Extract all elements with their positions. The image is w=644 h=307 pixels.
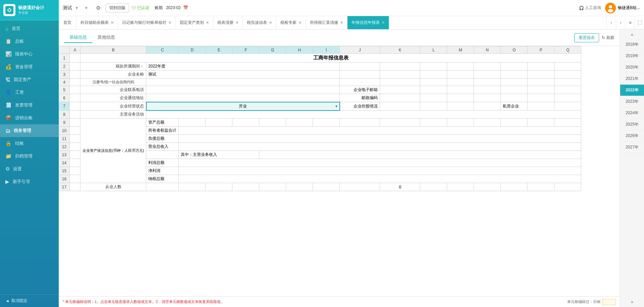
cell-q5[interactable] — [554, 86, 581, 94]
tab-close-all-button[interactable]: ✕ — [625, 16, 635, 29]
col-header-e[interactable]: E — [206, 46, 232, 54]
cell-d9[interactable] — [179, 119, 206, 127]
year-item-2020[interactable]: 2020年 — [620, 62, 644, 73]
cell-a17[interactable] — [70, 183, 80, 191]
sidebar-item-home[interactable]: ⌂ 首页 — [0, 22, 59, 35]
col-header-j[interactable]: J — [340, 46, 380, 54]
cell-n17[interactable] — [474, 183, 501, 191]
sheet-tab-basic[interactable]: 基础信息 — [64, 32, 92, 43]
cell-a13[interactable] — [70, 151, 80, 159]
col-header-c[interactable]: C — [146, 46, 179, 54]
cell-b9-merged[interactable]: 企业资产状况信息(币种：人民币万元) — [80, 119, 146, 183]
cell-d12[interactable] — [179, 143, 581, 151]
cell-c7-dropdown[interactable]: 开业 ▼ — [146, 102, 340, 111]
tab-prev-button[interactable]: ‹ — [606, 16, 616, 29]
tab-close-tax-schedule[interactable]: ✕ — [235, 20, 238, 25]
cell-c2[interactable]: 2022年度 — [146, 62, 340, 71]
tab-close-ledger[interactable]: ✕ — [111, 20, 114, 25]
cell-k2[interactable] — [380, 62, 420, 71]
cell-n5[interactable] — [474, 86, 501, 94]
cell-p9[interactable] — [528, 119, 554, 127]
cell-n6[interactable] — [474, 94, 501, 102]
cell-q4[interactable] — [554, 79, 581, 86]
sidebar-item-invoice[interactable]: 🧾 发票管理 — [0, 99, 59, 112]
cell-j9[interactable] — [340, 119, 380, 127]
col-header-b[interactable]: B — [80, 46, 146, 54]
cell-c9[interactable]: 资产总额 — [146, 119, 179, 127]
cell-o4[interactable] — [501, 79, 528, 86]
cell-i9[interactable] — [313, 119, 340, 127]
col-header-h[interactable]: H — [286, 46, 313, 54]
cell-d14[interactable] — [179, 159, 581, 167]
service-button[interactable]: 🎧 人工咨询 — [579, 5, 601, 11]
cell-n9[interactable] — [474, 119, 501, 127]
cell-b7[interactable]: 企业经营状态 — [80, 102, 146, 111]
tab-close-journal[interactable]: ✕ — [168, 20, 171, 25]
cell-a8[interactable] — [70, 111, 80, 119]
cell-o5[interactable] — [501, 86, 528, 94]
cell-l2[interactable] — [420, 62, 447, 71]
cell-m6[interactable] — [447, 94, 474, 102]
year-scroll-up-button[interactable]: ▲ — [620, 30, 644, 39]
cell-a11[interactable] — [70, 135, 80, 143]
cell-a16[interactable] — [70, 175, 80, 183]
cell-b8[interactable]: 主营业务活动 — [80, 111, 146, 119]
cell-m9[interactable] — [447, 119, 474, 127]
cell-k3[interactable] — [380, 71, 420, 79]
cell-title[interactable]: 工商年报信息表 — [80, 54, 581, 62]
sidebar-item-closing[interactable]: 🔒 结账 — [0, 137, 59, 150]
cell-j5[interactable]: 企业电子邮箱 — [340, 86, 380, 94]
year-item-2018[interactable]: 2018年 — [620, 39, 644, 50]
cell-i17[interactable] — [313, 183, 340, 191]
cell-m2[interactable] — [447, 62, 474, 71]
cell-a14[interactable] — [70, 159, 80, 167]
tab-close-fixed[interactable]: ✕ — [206, 20, 209, 25]
cell-a2[interactable] — [70, 62, 80, 71]
cell-k5[interactable] — [380, 86, 420, 94]
year-scroll-down-button[interactable]: ▼ — [620, 298, 644, 307]
tab-journal-bank[interactable]: 日记账与银行对账单核对 ✕ — [118, 16, 176, 29]
cell-c14[interactable]: 利润总额 — [146, 159, 179, 167]
col-header-m[interactable]: M — [447, 46, 474, 54]
cell-o17[interactable] — [501, 183, 528, 191]
cell-j17[interactable] — [340, 183, 380, 191]
cell-d15[interactable] — [179, 167, 581, 175]
cell-c3[interactable]: 测试 — [146, 71, 340, 79]
cell-e9[interactable] — [206, 119, 232, 127]
cell-n3[interactable] — [474, 71, 501, 79]
tab-fixed-assets-type[interactable]: 固定资产类别 ✕ — [176, 16, 213, 29]
cell-a4[interactable] — [70, 79, 80, 86]
project-dropdown-icon[interactable]: ▼ — [75, 6, 79, 10]
cell-a1[interactable] — [70, 54, 80, 62]
cell-a3[interactable] — [70, 71, 80, 79]
cell-q2[interactable] — [554, 62, 581, 71]
year-item-2023[interactable]: 2023年 — [620, 96, 644, 107]
cell-c15[interactable]: 净利润 — [146, 167, 179, 175]
cell-m5[interactable] — [447, 86, 474, 94]
tab-expand-button[interactable]: ⛶ — [635, 16, 644, 29]
cell-a9[interactable] — [70, 119, 80, 127]
cell-b17[interactable]: 从业人数 — [80, 183, 146, 191]
col-header-k[interactable]: K — [380, 46, 420, 54]
col-header-a[interactable]: A — [70, 46, 80, 54]
cell-o9[interactable] — [501, 119, 528, 127]
cell-h17[interactable] — [286, 183, 313, 191]
cell-n2[interactable] — [474, 62, 501, 71]
cell-m4[interactable] — [447, 79, 474, 86]
cell-l6[interactable] — [420, 94, 447, 102]
cell-p3[interactable] — [528, 71, 554, 79]
year-item-2021[interactable]: 2021年 — [620, 73, 644, 85]
sidebar-item-payroll[interactable]: 👤 工资 — [0, 86, 59, 99]
cell-a5[interactable] — [70, 86, 80, 94]
cell-b3[interactable]: 企业名称 — [80, 71, 146, 79]
col-header-n[interactable]: N — [474, 46, 501, 54]
sidebar-item-archive[interactable]: 📁 归档管理 — [0, 150, 59, 163]
unpin-button[interactable]: ◄ 取消固定 — [0, 294, 59, 307]
cell-j4[interactable] — [340, 79, 380, 86]
cell-j3[interactable] — [340, 71, 380, 79]
year-item-2027[interactable]: 2027年 — [620, 142, 644, 153]
sidebar-item-fixed-assets[interactable]: 🏗 固定资产 — [0, 73, 59, 86]
sidebar-item-funds[interactable]: 💰 资金管理 — [0, 60, 59, 73]
year-item-2022[interactable]: 2022年 — [620, 85, 644, 96]
col-header-f[interactable]: F — [232, 46, 259, 54]
